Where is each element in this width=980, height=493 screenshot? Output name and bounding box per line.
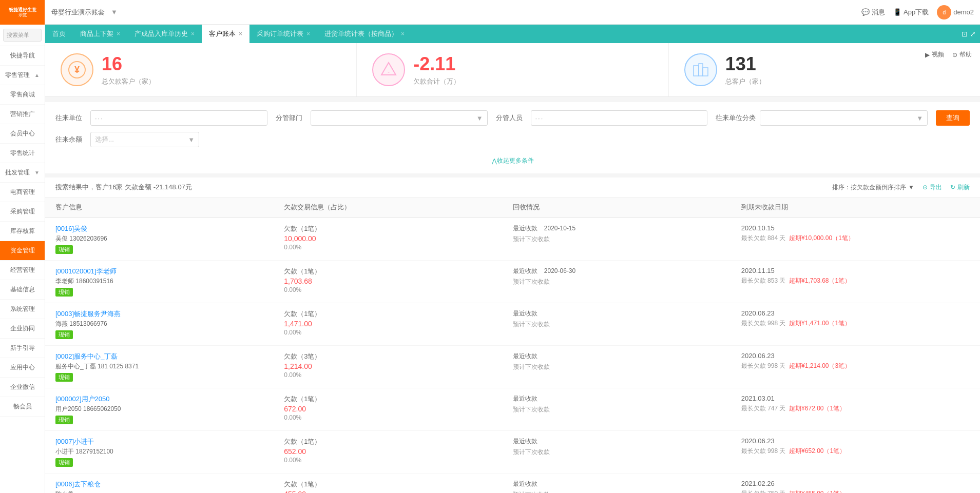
customer-phone: 李老师 18600391516 — [55, 277, 284, 286]
table-header: 客户信息 欠款交易信息（占比） 回收情况 到期未收款日期 — [45, 198, 980, 218]
customer-name-link[interactable]: [0002]服务中心_丁磊 — [55, 352, 284, 361]
search-button[interactable]: 查询 — [936, 110, 970, 126]
due-date-cell: 2020.11.15 最长欠款 853 天 超期¥1,703.68（1笔） — [741, 267, 970, 285]
tabs-controls: ⊡ ⤢ — [962, 30, 980, 38]
overdue-amount-link[interactable]: 超期¥652.00（1笔） — [789, 447, 846, 455]
customer-phone: 用户2050 18665062050 — [55, 405, 284, 413]
stat-card-debt-customers: ¥ 16 总欠款客户（家） — [45, 43, 357, 96]
sidebar-item-ecommerce[interactable]: 电商管理 — [0, 183, 45, 202]
debt-count: 欠款（1笔） — [284, 309, 512, 319]
tab-customer-account[interactable]: 客户账本 × — [202, 25, 249, 43]
sidebar-item-finance[interactable]: 资金管理 — [0, 241, 45, 261]
customer-name-link[interactable]: [0006]去下粮仓 — [55, 480, 284, 489]
table-row: [0002]服务中心_丁磊 服务中心_丁磊 181 0125 8371 现销 欠… — [45, 346, 980, 388]
filter-dept: 分管部门 ▼ — [276, 110, 488, 126]
message-button[interactable]: 💬 消息 — [861, 8, 885, 17]
sidebar-item-basic-info[interactable]: 基础信息 — [0, 280, 45, 300]
tab-purchase-order[interactable]: 采购订单统计表 × — [249, 25, 317, 43]
sidebar-item-operations[interactable]: 经营管理 — [0, 261, 45, 280]
window-restore-icon[interactable]: ⊡ — [962, 30, 968, 38]
sort-button[interactable]: 排序：按欠款金额倒序排序 ▼ — [832, 183, 914, 192]
customer-name-link[interactable]: [0001020001]李老师 — [55, 267, 284, 276]
tab-home[interactable]: 首页 — [45, 25, 73, 43]
close-icon[interactable]: × — [191, 30, 195, 37]
company-dropdown-icon[interactable]: ▼ — [111, 8, 118, 16]
source-unit-input[interactable]: ··· — [90, 110, 267, 126]
overdue-amount-link[interactable]: 超期¥10,000.00（1笔） — [789, 234, 854, 242]
video-label: 视频 — [932, 50, 944, 59]
due-date: 2020.06.23 — [741, 309, 970, 317]
debt-amount[interactable]: 1,471.00 — [284, 320, 512, 328]
username: demo2 — [953, 8, 974, 16]
sidebar-item-enterprise[interactable]: 企业协同 — [0, 319, 45, 339]
overdue-amount-link[interactable]: 超期¥1,214.00（3笔） — [789, 362, 851, 369]
customer-name-link[interactable]: [0007]小进干 — [55, 437, 284, 446]
tab-product-history[interactable]: 产成品入库单历史 × — [127, 25, 202, 43]
close-icon[interactable]: × — [306, 30, 310, 37]
overdue-amount-link[interactable]: 超期¥672.00（1笔） — [789, 405, 846, 412]
sidebar-item-quick-nav[interactable]: 快捷导航 — [0, 46, 45, 66]
svg-text:¥: ¥ — [74, 65, 80, 75]
sidebar-item-batch-mgmt[interactable]: 批发管理 ▼ — [0, 163, 45, 183]
chevron-down-icon: ▼ — [908, 184, 914, 191]
manager-input[interactable]: ··· — [531, 110, 708, 126]
debt-info-cell: 欠款（1笔） 1,703.68 0.00% — [284, 267, 512, 293]
sidebar-item-member[interactable]: 会员中心 — [0, 124, 45, 144]
customer-info-cell: [0003]畅捷服务尹海燕 海燕 18513066976 现销 — [55, 309, 284, 339]
video-button[interactable]: ▶ 视频 — [925, 50, 944, 59]
customer-name-link[interactable]: [0003]畅捷服务尹海燕 — [55, 309, 284, 319]
sidebar-item-app-center[interactable]: 应用中心 — [0, 358, 45, 378]
dept-input[interactable]: ▼ — [311, 110, 488, 126]
overdue-amount-link[interactable]: 超期¥1,703.68（1笔） — [789, 277, 851, 284]
sidebar-item-marketing[interactable]: 营销推广 — [0, 105, 45, 124]
last-recovery-date: 最近收款 — [513, 437, 741, 446]
debt-total-value: -2.11 — [413, 53, 460, 75]
collapse-button[interactable]: ⋀ 收起更多条件 — [55, 153, 970, 168]
overdue-days: 最长欠款 998 天 超期¥652.00（1笔） — [741, 447, 970, 456]
recovery-cell: 最近收款 预计下次收款 — [513, 352, 741, 371]
unit-category-input[interactable]: ▼ — [760, 110, 928, 126]
stat-card-debt-total-values: -2.11 欠款合计（万） — [413, 53, 460, 86]
window-maximize-icon[interactable]: ⤢ — [970, 30, 976, 38]
overdue-amount-link[interactable]: 超期¥1,471.00（1笔） — [789, 320, 851, 327]
overdue-amount-link[interactable]: 超期¥455.90（1笔） — [789, 490, 846, 493]
customer-name-link[interactable]: [0016]吴俊 — [55, 224, 284, 233]
refresh-button[interactable]: ↻ 刷新 — [950, 183, 970, 192]
sidebar-item-retail-store[interactable]: 零售商城 — [0, 85, 45, 105]
company-name: 母婴行业演示账套 — [51, 8, 105, 17]
customer-phone: 服务中心_丁磊 181 0125 8371 — [55, 362, 284, 371]
debt-amount[interactable]: 10,000.00 — [284, 234, 512, 243]
sidebar-item-guide[interactable]: 新手引导 — [0, 339, 45, 358]
user-menu[interactable]: d demo2 — [937, 5, 974, 19]
tab-inbound-stats[interactable]: 进货单统计表（按商品） × — [317, 25, 412, 43]
debt-amount[interactable]: 652.00 — [284, 447, 512, 456]
debt-amount[interactable]: 1,214.00 — [284, 362, 512, 370]
sidebar-item-inventory[interactable]: 库存核算 — [0, 222, 45, 241]
customer-info-cell: [0016]吴俊 吴俊 13026203696 现销 — [55, 224, 284, 254]
sidebar-item-wechat[interactable]: 企业微信 — [0, 378, 45, 397]
search-menu-button[interactable]: 搜索菜单 — [3, 29, 42, 42]
results-summary: 搜索结果中，客户16家 欠款金额 -21,148.07元 排序：按欠款金额倒序排… — [45, 178, 980, 198]
tab-purchase-order-label: 采购订单统计表 — [257, 29, 303, 38]
help-button[interactable]: ⊙ 帮助 — [952, 50, 972, 59]
customer-info-cell: [0006]去下粮仓 陈小希 现销 — [55, 480, 284, 493]
app-download-button[interactable]: 📱 App下载 — [893, 8, 929, 17]
due-date: 2020.06.23 — [741, 437, 970, 445]
sidebar-item-retail-mgmt[interactable]: 零售管理 ▲ — [0, 66, 45, 85]
close-icon[interactable]: × — [401, 30, 405, 37]
sidebar-item-member-vip[interactable]: 畅会员 — [0, 397, 45, 417]
balance-select[interactable]: 选择... ▼ — [90, 132, 199, 147]
customer-name-link[interactable]: [000002]用户2050 — [55, 395, 284, 404]
sidebar-item-system[interactable]: 系统管理 — [0, 300, 45, 319]
debt-amount[interactable]: 455.90 — [284, 490, 512, 493]
debt-amount[interactable]: 672.00 — [284, 405, 512, 413]
debt-amount[interactable]: 1,703.68 — [284, 277, 512, 285]
close-icon[interactable]: × — [117, 30, 120, 37]
tab-product-status[interactable]: 商品上下架 × — [73, 25, 127, 43]
export-button[interactable]: ⊙ 导出 — [923, 183, 942, 192]
sidebar-item-purchase[interactable]: 采购管理 — [0, 202, 45, 222]
close-icon[interactable]: × — [239, 30, 242, 37]
sidebar-item-retail-stats[interactable]: 零售统计 — [0, 144, 45, 163]
chevron-up-icon: ⋀ — [492, 157, 497, 165]
filter-row-2: 往来余额 选择... ▼ — [55, 132, 970, 147]
